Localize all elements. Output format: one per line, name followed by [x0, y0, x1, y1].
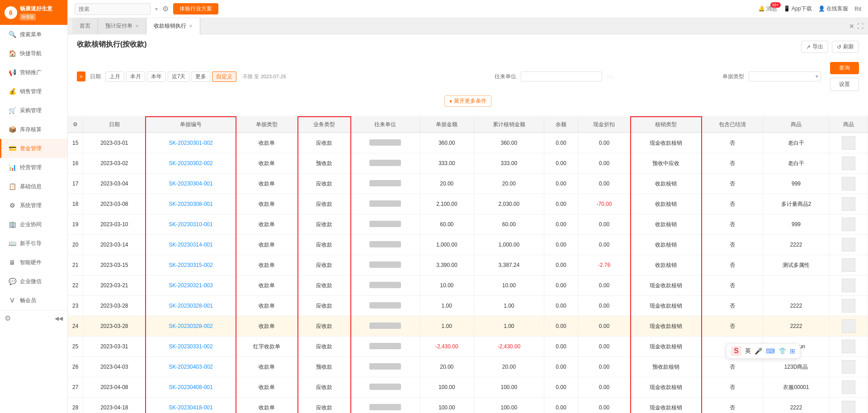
cell-seq: 19	[68, 214, 83, 235]
bill-no-link[interactable]: SK-20230315-002	[169, 262, 212, 268]
sidebar-item-sales[interactable]: 💰 销售管理	[0, 82, 67, 101]
cell-product: 999	[763, 214, 829, 235]
sidebar-item-inventory[interactable]: 📦 库存核算	[0, 120, 67, 139]
table-row: 21 2023-03-15 SK-20230315-002 收款单 应收款 3,…	[68, 255, 868, 275]
shirt-icon[interactable]: 👕	[778, 347, 786, 355]
cell-seq: 17	[68, 174, 83, 194]
bill-no-link[interactable]: SK-20230331-002	[169, 343, 212, 350]
sidebar-item-operations[interactable]: 📊 经营管理	[0, 158, 67, 177]
sidebar-item-member[interactable]: V 畅会员	[0, 291, 67, 310]
bill-type-input[interactable]	[749, 71, 821, 81]
grid-icon[interactable]: ⊞	[790, 347, 795, 355]
tab-home[interactable]: 首页	[72, 18, 98, 34]
topbar-dropdown-icon[interactable]: ▾	[155, 6, 158, 12]
last-month-button[interactable]: 上月	[105, 71, 124, 82]
chinese-label[interactable]: 英	[745, 347, 751, 355]
tab-collection[interactable]: 收款核销执行 ✕	[146, 18, 200, 34]
support-link[interactable]: 👤 在线客服	[818, 5, 848, 13]
bill-no-link[interactable]: SK-20230321-003	[169, 282, 212, 289]
mic-icon[interactable]: 🎤	[755, 347, 762, 355]
cell-cancel-type: 预收中应收	[631, 153, 702, 174]
solution-button[interactable]: 体验行业方案	[173, 3, 218, 14]
bill-no-link[interactable]: SK-20230328-002	[169, 323, 212, 329]
col-header-balance[interactable]: 余额	[544, 117, 578, 133]
app-download-link[interactable]: 📱 App下载	[783, 5, 812, 13]
this-month-button[interactable]: 本月	[126, 71, 145, 82]
bill-no-link[interactable]: SK-20230302-002	[169, 160, 212, 166]
this-year-button[interactable]: 本年	[147, 71, 166, 82]
col-header-gear[interactable]: ⚙	[68, 117, 83, 133]
cell-balance: 0.00	[544, 194, 578, 214]
col-header-bill-type[interactable]: 单据类型	[236, 117, 298, 133]
user-name[interactable]: Rit	[854, 6, 861, 12]
col-header-biz-type[interactable]: 业务类型	[298, 117, 351, 133]
query-button[interactable]: 查询	[830, 62, 859, 74]
topbar-search-input[interactable]	[75, 3, 151, 15]
keyboard-icon[interactable]: ⌨	[766, 347, 775, 355]
tab-preorder-close[interactable]: ✕	[135, 24, 139, 28]
col-header-product[interactable]: 商品	[763, 117, 829, 133]
cell-include-settled: 否	[702, 153, 763, 174]
col-header-partner[interactable]: 往来单位	[351, 117, 420, 133]
bill-no-link[interactable]: SK-20230408-001	[169, 384, 212, 390]
cell-cumulative: 1.00	[474, 316, 544, 337]
custom-date-button[interactable]: 自定义	[212, 71, 236, 82]
bill-no-link[interactable]: SK-20230304-001	[169, 180, 212, 187]
bill-no-link[interactable]: SK-20230301-002	[169, 140, 212, 146]
col-header-cash-discount[interactable]: 现金折扣	[578, 117, 631, 133]
sidebar-item-system[interactable]: ⚙ 系统管理	[0, 196, 67, 215]
cell-cumulative: 2,030.00	[474, 194, 544, 214]
bill-no-link[interactable]: SK-20230418-001	[169, 404, 212, 411]
sidebar-item-marketing[interactable]: 📢 营销推广	[0, 63, 67, 82]
filter-toggle-button[interactable]: »	[77, 71, 85, 81]
partner-blurred	[369, 261, 401, 268]
cell-date: 2023-04-03	[83, 357, 146, 377]
cell-cancel-type: 收款核销	[631, 255, 702, 275]
partner-blurred	[369, 180, 401, 186]
bill-no-link[interactable]: SK-20230403-002	[169, 364, 212, 370]
cell-product-img	[829, 337, 868, 357]
sidebar-item-finance[interactable]: 💳 资金管理	[0, 139, 67, 158]
col-header-bill-no[interactable]: 单据编号	[146, 117, 236, 133]
sidebar-item-purchase[interactable]: 🛒 采购管理	[0, 101, 67, 120]
export-icon: ↗	[806, 44, 811, 50]
sidebar-item-search[interactable]: 🔍 搜索菜单	[0, 25, 67, 44]
settings-button[interactable]: 设置	[830, 78, 859, 91]
sidebar-item-wechat[interactable]: 💬 企业微信	[0, 272, 67, 291]
sidebar-item-label: 采购管理	[20, 107, 42, 114]
sidebar-item-enterprise[interactable]: 🏢 企业协同	[0, 215, 67, 234]
tab-close-all-icon[interactable]: ✕	[849, 23, 854, 30]
sidebar-item-basic-info[interactable]: 📋 基础信息	[0, 177, 67, 196]
sidebar-item-hardware[interactable]: 🖥 智能硬件	[0, 253, 67, 272]
sidebar-item-quick-nav[interactable]: 🏠 快捷导航	[0, 44, 67, 63]
tab-preorder[interactable]: 预计应付单 ✕	[98, 18, 146, 34]
bill-no-link[interactable]: SK-20230310-001	[169, 221, 212, 228]
col-header-product2[interactable]: 商品	[829, 117, 868, 133]
notification-icon[interactable]: 🔔 消息 99+	[758, 5, 777, 13]
col-header-date[interactable]: 日期	[83, 117, 146, 133]
sidebar-gear-icon[interactable]: ⚙	[5, 314, 11, 323]
col-header-cancel-type[interactable]: 核销类型	[631, 117, 702, 133]
bill-no-link[interactable]: SK-20230314-001	[169, 242, 212, 248]
cell-product: 测试多属性	[763, 255, 829, 275]
tab-collection-close[interactable]: ✕	[189, 24, 193, 28]
cell-partner	[351, 174, 420, 194]
col-header-include-settled[interactable]: 包含已结清	[702, 117, 763, 133]
refresh-button[interactable]: ↺ 刷新	[832, 41, 859, 53]
col-header-amount[interactable]: 单据金额	[420, 117, 474, 133]
bill-no-link[interactable]: SK-20230308-001	[169, 201, 212, 207]
cell-bill-type: 收款单	[236, 398, 298, 413]
cell-date: 2023-03-31	[83, 337, 146, 357]
sidebar-item-guide[interactable]: 📖 新手引导	[0, 234, 67, 253]
expand-conditions-button[interactable]: ▾ 展开更多条件	[444, 95, 491, 107]
topbar-gear-button[interactable]: ⚙	[162, 5, 169, 13]
bill-no-link[interactable]: SK-20230328-001	[169, 303, 212, 309]
col-header-cumulative[interactable]: 累计核销金额	[474, 117, 544, 133]
sidebar-collapse-icon[interactable]: ◀◀	[55, 315, 63, 322]
last7-button[interactable]: 近7天	[168, 71, 190, 82]
tab-restore-icon[interactable]: ⛶	[857, 23, 863, 30]
logo-text: 畅康道好生意	[20, 5, 52, 13]
export-button[interactable]: ↗ 导出	[801, 41, 828, 53]
more-date-button[interactable]: 更多	[191, 71, 210, 82]
partner-input[interactable]	[521, 71, 602, 81]
